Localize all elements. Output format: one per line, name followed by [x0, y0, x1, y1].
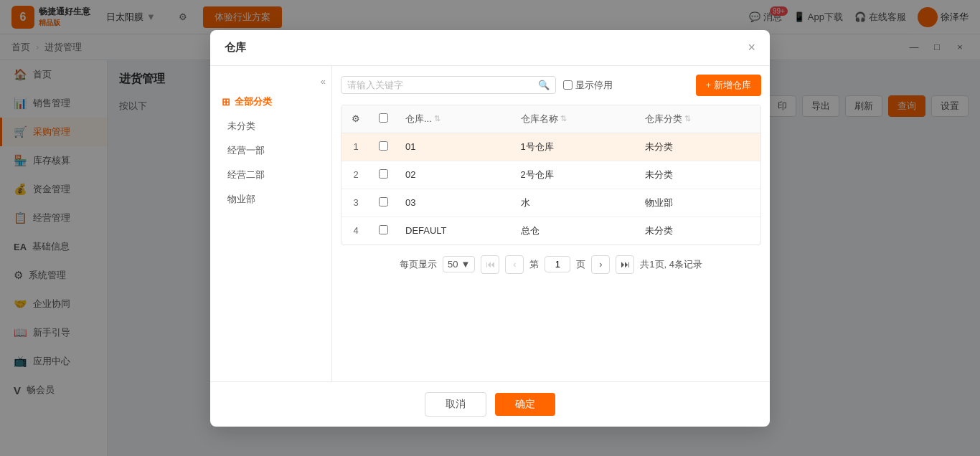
show-disabled-input[interactable] [563, 80, 573, 90]
table-row[interactable]: 2 02 2号仓库 未分类 [341, 161, 760, 189]
dialog-footer: 取消 确定 [210, 381, 770, 427]
cancel-btn[interactable]: 取消 [425, 392, 486, 417]
th-code-label: 仓库... [405, 113, 432, 125]
th-settings: ⚙ [341, 105, 370, 133]
page-last-btn[interactable]: ⏭ [616, 255, 634, 274]
row-checkbox[interactable] [379, 225, 388, 234]
th-checkbox [370, 105, 397, 133]
category-item-property[interactable]: 物业部 [210, 187, 331, 212]
table-body: 1 01 1号仓库 未分类 2 02 2号仓库 未分类 3 03 水 物业部 4 [341, 133, 760, 244]
table-row[interactable]: 1 01 1号仓库 未分类 [341, 133, 760, 161]
row-num: 1 [341, 133, 370, 161]
add-warehouse-btn[interactable]: + 新增仓库 [696, 75, 761, 96]
row-name: 1号仓库 [512, 133, 636, 161]
warehouse-table: ⚙ 仓库... ⇅ [341, 105, 761, 245]
show-disabled-label: 显示停用 [575, 79, 613, 92]
select-all-checkbox[interactable] [379, 113, 388, 123]
dialog-close-btn[interactable]: × [748, 40, 755, 55]
sort-icon-code: ⇅ [434, 114, 440, 123]
per-page-label: 每页显示 [400, 258, 437, 271]
row-checkbox-cell[interactable] [370, 189, 397, 217]
sort-icon-category: ⇅ [684, 114, 691, 123]
total-info: 共1页, 4条记录 [640, 258, 702, 271]
page-suffix: 页 [576, 258, 585, 271]
row-checkbox[interactable] [379, 141, 388, 151]
per-page-value: 50 [448, 259, 458, 270]
all-categories-item[interactable]: ⊞ 全部分类 [210, 90, 331, 114]
show-disabled-checkbox[interactable]: 显示停用 [563, 79, 613, 92]
th-category: 仓库分类 ⇅ [636, 105, 760, 133]
page-input[interactable] [545, 256, 570, 272]
row-category: 未分类 [636, 133, 760, 161]
row-name: 总仓 [512, 217, 636, 244]
row-code: 02 [397, 161, 512, 189]
row-name: 水 [512, 189, 636, 217]
category-item-ops1[interactable]: 经营一部 [210, 138, 331, 163]
search-box[interactable]: 🔍 [341, 76, 556, 94]
row-code: 03 [397, 189, 512, 217]
left-panel-toggle[interactable]: « [210, 73, 331, 90]
right-panel: 🔍 显示停用 + 新增仓库 ⚙ [332, 66, 770, 381]
row-checkbox[interactable] [379, 169, 388, 179]
row-category: 未分类 [636, 217, 760, 244]
per-page-chevron: ▼ [461, 259, 470, 270]
dialog-overlay: 仓库 × « ⊞ 全部分类 未分类 经营一部 经营二部 物业部 [0, 0, 980, 456]
row-num: 3 [341, 189, 370, 217]
row-checkbox-cell[interactable] [370, 133, 397, 161]
row-category: 物业部 [636, 189, 760, 217]
row-num: 4 [341, 217, 370, 244]
table-row[interactable]: 4 DEFAULT 总仓 未分类 [341, 217, 760, 244]
search-icon[interactable]: 🔍 [538, 80, 550, 90]
row-checkbox-cell[interactable] [370, 161, 397, 189]
row-code: DEFAULT [397, 217, 512, 244]
th-code: 仓库... ⇅ [397, 105, 512, 133]
table-row[interactable]: 3 03 水 物业部 [341, 189, 760, 217]
row-checkbox[interactable] [379, 197, 388, 206]
category-item-unclassified[interactable]: 未分类 [210, 114, 331, 138]
dialog-title: 仓库 [225, 41, 246, 54]
row-category: 未分类 [636, 161, 760, 189]
all-categories-label: 全部分类 [235, 95, 272, 108]
row-code: 01 [397, 133, 512, 161]
dialog-header: 仓库 × [210, 30, 770, 66]
sort-icon-name: ⇅ [560, 114, 567, 123]
page-prev-btn[interactable]: ‹ [505, 255, 524, 274]
collapse-icon: « [321, 76, 326, 87]
right-toolbar: 🔍 显示停用 + 新增仓库 [341, 75, 761, 96]
warehouse-dialog: 仓库 × « ⊞ 全部分类 未分类 经营一部 经营二部 物业部 [210, 30, 770, 427]
th-category-label: 仓库分类 [645, 113, 682, 125]
table-header-row: ⚙ 仓库... ⇅ [341, 105, 760, 133]
pagination: 每页显示 50 ▼ ⏮ ‹ 第 页 › ⏭ 共1页, 4条记录 [341, 245, 761, 284]
page-label: 第 [529, 258, 539, 271]
row-checkbox-cell[interactable] [370, 217, 397, 244]
row-num: 2 [341, 161, 370, 189]
category-list: 未分类 经营一部 经营二部 物业部 [210, 114, 331, 212]
page-next-btn[interactable]: › [591, 255, 610, 274]
left-panel: « ⊞ 全部分类 未分类 经营一部 经营二部 物业部 [210, 66, 332, 381]
th-name: 仓库名称 ⇅ [512, 105, 636, 133]
dialog-body: « ⊞ 全部分类 未分类 经营一部 经营二部 物业部 [210, 66, 770, 381]
confirm-btn[interactable]: 确定 [495, 393, 555, 416]
page-first-btn[interactable]: ⏮ [481, 255, 499, 274]
category-item-ops2[interactable]: 经营二部 [210, 163, 331, 187]
per-page-select[interactable]: 50 ▼ [443, 256, 475, 272]
search-input[interactable] [347, 80, 534, 90]
row-name: 2号仓库 [512, 161, 636, 189]
th-name-label: 仓库名称 [521, 113, 558, 125]
grid-icon: ⊞ [222, 96, 230, 108]
